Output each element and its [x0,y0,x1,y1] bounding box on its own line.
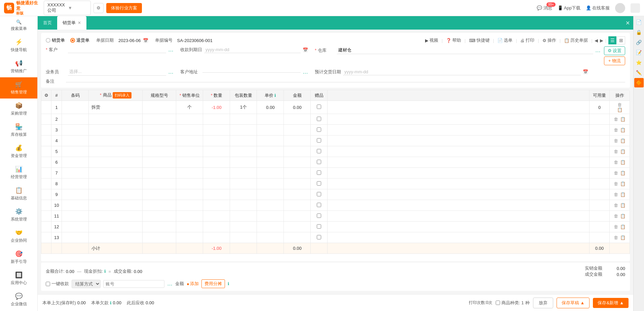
app-download-button[interactable]: 📱 App下载 [558,5,580,11]
message-button[interactable]: 💬 消息 99+ [537,5,552,11]
row1-spec[interactable] [143,101,176,114]
user-avatar[interactable] [615,3,625,13]
row7-copy-icon[interactable]: 📋 [620,170,626,176]
product-kind-checkbox[interactable] [496,301,500,305]
video-btn[interactable]: ▶ 视频 [424,37,440,44]
tab-close-all-icon[interactable]: ✕ [626,20,630,26]
right-tool-star[interactable]: ⭐ [634,58,644,67]
payment-checkbox-label[interactable]: 一键收款 [46,281,69,287]
row13-copy-icon[interactable]: 📋 [620,235,626,240]
row1-gift[interactable] [311,101,328,114]
row13-gift-checkbox[interactable] [317,235,321,239]
right-tool-edit[interactable]: ✏️ [634,68,644,77]
row12-gift-checkbox[interactable] [317,224,321,229]
row8-delete-icon[interactable]: 🗑 [614,181,618,186]
grid-view-btn[interactable]: ⊞ [617,36,625,44]
row7-gift-checkbox[interactable] [317,170,321,175]
fee-info-icon[interactable]: ℹ [228,281,229,286]
warehouse-more-icon[interactable]: … [595,47,601,53]
row4-gift-checkbox[interactable] [317,138,321,143]
account-more-icon[interactable]: … [167,281,173,287]
right-tool-orange[interactable]: 🔶 [634,78,644,87]
settings-button[interactable]: ⚙ 设置 [604,46,625,55]
row8-copy-icon[interactable]: 📋 [620,181,626,186]
type-sales-order[interactable]: 销货单 [46,37,65,43]
sidebar-item-purchase[interactable]: 📦 采购管理 [0,99,37,120]
print-btn[interactable]: 🖨 打印 [519,37,536,44]
row7-delete-icon[interactable]: 🗑 [614,170,618,176]
row1-pkg[interactable]: 1个 [230,101,257,114]
calendar-icon[interactable]: 📅 [143,38,148,43]
add-button[interactable]: ● 添加 [187,281,199,287]
template-btn[interactable]: 📄 选单 [496,37,514,44]
row11-gift-checkbox[interactable] [317,213,321,218]
sidebar-item-guide[interactable]: 🎯 新手引导 [0,247,37,268]
tab-home[interactable]: 首页 [38,16,57,30]
discount-info-icon[interactable]: ℹ [104,269,106,274]
right-tool-lock[interactable]: 🔒 [634,28,644,37]
col-header-settings[interactable]: ⚙ [41,90,51,101]
sidebar-item-quick-nav[interactable]: ⚡ 快捷导航 [0,35,37,56]
row6-delete-icon[interactable]: 🗑 [614,160,618,165]
settings-icon[interactable]: ⚙ [93,3,104,13]
product-kind[interactable]: 商品种类: 1 种 [496,300,530,306]
prev-icon[interactable]: ◀ [595,38,598,43]
row1-delete-icon[interactable]: 🗑 [617,102,622,107]
row1-copy-icon[interactable]: 📋 [617,107,622,112]
row11-copy-icon[interactable]: 📋 [620,213,626,219]
method-select[interactable]: 结算方式 [72,280,101,288]
sidebar-item-inventory[interactable]: 🏪 库存核算 [0,120,37,141]
warehouse-input[interactable]: 建材仓 [337,46,593,54]
row5-gift-checkbox[interactable] [317,149,321,153]
tab-close-icon[interactable]: ✕ [78,21,81,25]
save-new-button[interactable]: 保存&新增 ▲ [593,298,629,308]
row12-delete-icon[interactable]: 🗑 [614,224,618,229]
note-input[interactable] [66,81,625,82]
address-input[interactable] [202,71,301,73]
company-selector[interactable]: XXXXXX公司 ▼ [44,1,91,15]
right-tool-note[interactable]: 📝 [634,48,644,57]
help-btn[interactable]: ❓ 帮助 [445,37,462,44]
row9-gift-checkbox[interactable] [317,192,321,196]
right-tool-doc[interactable]: 📄 [634,17,644,27]
total-owe-info-icon[interactable]: ℹ [110,301,112,305]
salesman-input[interactable]: 选择... [68,68,166,76]
sidebar-search[interactable]: 🔍 搜索菜单 [0,16,37,35]
sidebar-item-marketing[interactable]: 📢 营销推广 [0,56,37,77]
row6-copy-icon[interactable]: 📋 [620,160,626,165]
row1-price[interactable]: 0.00 [257,101,284,114]
user-menu[interactable] [631,3,640,13]
payment-cal-icon[interactable]: 📅 [303,47,308,52]
sidebar-item-collab[interactable]: 🤝 企业协同 [0,226,37,247]
delivery-date-input[interactable]: yyyy-mm-dd [343,69,581,75]
row6-gift-checkbox[interactable] [317,160,321,164]
row1-unit[interactable]: 个 [176,101,203,114]
sidebar-item-wechat[interactable]: 💬 企业微信 [0,289,37,310]
sidebar-item-sales[interactable]: 🛒 销售管理 [0,77,37,99]
row2-copy-icon[interactable]: 📋 [620,117,626,122]
abandon-button[interactable]: 放弃 [533,298,553,308]
row5-copy-icon[interactable]: 📋 [620,149,626,154]
payment-checkbox[interactable] [46,282,50,286]
row12-copy-icon[interactable]: 📋 [620,224,626,229]
row3-delete-icon[interactable]: 🗑 [614,127,618,132]
row3-gift-checkbox[interactable] [317,127,321,132]
row1-qty[interactable]: -1.00 [203,101,230,114]
row1-barcode[interactable] [62,101,89,114]
address-more-icon[interactable]: … [303,69,308,75]
save-draft-button[interactable]: 保存草稿 ▲ [557,298,590,308]
row8-gift-checkbox[interactable] [317,181,321,186]
table-scroll[interactable]: ⚙ # 条码 * 商品 扫码录入 [41,90,630,261]
sidebar-item-appstore[interactable]: 🔲 应用中心 [0,268,37,289]
row4-delete-icon[interactable]: 🗑 [614,138,618,143]
list-view-btn[interactable]: ☰ [608,36,616,44]
logistics-button[interactable]: + 物流 [604,56,625,65]
salesman-more-icon[interactable]: … [168,69,174,75]
row9-delete-icon[interactable]: 🗑 [614,192,618,197]
row1-gift-checkbox[interactable] [317,105,321,109]
tab-sales-order[interactable]: 销货单 ✕ [57,16,86,30]
row9-copy-icon[interactable]: 📋 [620,192,626,197]
row10-gift-checkbox[interactable] [317,203,321,207]
scan-button[interactable]: 扫码录入 [113,92,131,99]
sidebar-item-base[interactable]: 📋 基础信息 [0,183,37,204]
